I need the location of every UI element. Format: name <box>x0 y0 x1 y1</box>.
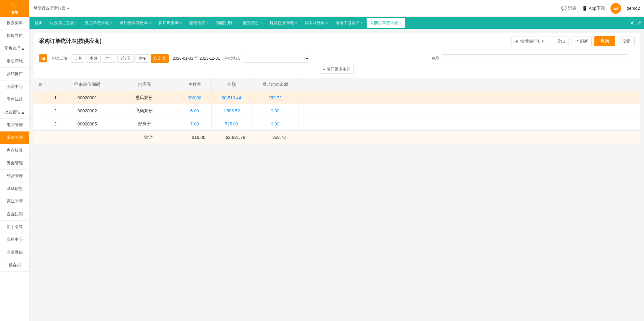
sidebar-item-enterprise[interactable]: 企业协同 <box>0 208 29 221</box>
sidebar-item-finance[interactable]: 资金管理 <box>0 157 29 170</box>
date-range-display: 2016-01-01 至 2023-12-31 <box>173 56 220 61</box>
filter-toggle-button[interactable]: ◀ <box>39 54 47 62</box>
overstock-alert-close-icon[interactable]: × <box>207 21 209 25</box>
row3-qty-link[interactable]: 7.00 <box>190 121 199 126</box>
settings-gear-icon[interactable]: ⚙ <box>38 82 42 87</box>
page-title: 采购订单统计表(按供应商) <box>39 38 102 45</box>
tab-invite-downstream[interactable]: 邀请下游客户 × <box>332 18 366 28</box>
row1-paid-link[interactable]: 259.72 <box>268 95 282 100</box>
row2-qty-link[interactable]: 6.00 <box>190 108 199 113</box>
goods-input[interactable] <box>442 54 628 62</box>
collect-summary-close-icon[interactable]: × <box>75 21 77 25</box>
invite-downstream-label: 邀请下游客户 <box>335 20 360 26</box>
goods-more-icon[interactable]: ··· <box>631 56 635 61</box>
tab-purchase-summary[interactable]: 采购订单统计表 × <box>367 18 405 28</box>
sidebar-item-base-info[interactable]: 基础信息 <box>0 182 29 195</box>
settings-button[interactable]: 设置 <box>618 37 635 46</box>
sidebar-item-shortcut[interactable]: 快捷导航 <box>0 30 29 42</box>
order-summary-close-icon[interactable]: × <box>110 21 112 25</box>
enterprise-wechat-label: 企业微信 <box>7 250 23 255</box>
date-quick-buttons: 上月 本月 本年 近7天 更多 自定义 <box>71 54 169 63</box>
row3-paid-link[interactable]: 0.00 <box>271 121 279 126</box>
status-select[interactable] <box>243 54 310 63</box>
goods-filter-group: 商品 ··· <box>431 54 635 62</box>
tab-cost-adjust[interactable]: 成本调整单 × <box>301 18 331 28</box>
avatar[interactable]: Ea <box>610 3 621 14</box>
settings-label: 设置 <box>622 39 630 44</box>
sidebar-item-system[interactable]: 系统管理 <box>0 195 29 208</box>
message-label: 消息 <box>568 5 577 11</box>
warranty-query-close-icon[interactable]: × <box>180 21 182 25</box>
tab-function-desc[interactable]: 功能说明 × <box>213 18 239 28</box>
tab-config-info[interactable]: 配置信息 × <box>239 18 266 28</box>
template-print-button[interactable]: 🖨 按模板打印 ▾ <box>511 37 547 46</box>
last-month-button[interactable]: 上月 <box>71 54 85 63</box>
sidebar-item-ecommerce[interactable]: 电商管理 <box>0 119 29 131</box>
tab-order-summary[interactable]: 要货单统计表 × <box>82 18 116 28</box>
pick-task-close-icon[interactable]: × <box>295 21 297 25</box>
date-filter-label: 单据日期 <box>51 56 67 61</box>
this-month-button[interactable]: 本月 <box>87 54 101 63</box>
sidebar-item-inventory[interactable]: 库存核算 <box>0 144 29 157</box>
sidebar-item-member[interactable]: 会员中心 <box>0 81 29 93</box>
tab-home[interactable]: 首页 <box>31 18 46 28</box>
tab-pick-task[interactable]: 拣货任务管理 × <box>266 18 301 28</box>
tab-collect-summary[interactable]: 收发存汇总表 × <box>47 18 81 28</box>
row2-supplier: 飞鹤奶粉 <box>111 104 178 117</box>
this-year-button[interactable]: 本年 <box>102 54 116 63</box>
sidebar-item-retail-mall[interactable]: 零售商城 <box>0 55 29 68</box>
purchase-summary-close-icon[interactable]: × <box>399 21 401 25</box>
sidebar-item-app-center[interactable]: 应用中心 <box>0 233 29 246</box>
sidebar-item-newbie[interactable]: 新手引导 <box>0 221 29 233</box>
operations-label: 经营管理 <box>7 173 23 178</box>
custom-date-button[interactable]: 自定义 <box>151 54 169 63</box>
row1-amount-link[interactable]: 60,519.44 <box>222 95 241 100</box>
sidebar-item-wholesale[interactable]: 批发管理 ▲ <box>0 106 29 119</box>
sidebar-item-enterprise-wechat[interactable]: 企业微信 <box>0 246 29 259</box>
tab-overstock-alert[interactable]: 超储预警 × <box>186 18 212 28</box>
retail-mall-label: 零售商城 <box>7 59 23 63</box>
query-button[interactable]: 查询 <box>594 36 615 46</box>
refresh-button[interactable]: ↺ 刷新 <box>572 37 592 46</box>
message-button[interactable]: 💬 消息 <box>561 5 577 11</box>
page-actions: 🖨 按模板打印 ▾ ↓ 导出 ↺ 刷新 查询 设置 <box>511 36 635 46</box>
sidebar-item-retail[interactable]: 零售管理 ▲ <box>0 42 29 55</box>
sidebar-item-operations[interactable]: 经营管理 <box>0 170 29 182</box>
row3-amount-link[interactable]: 525.80 <box>225 121 238 126</box>
app-download-button[interactable]: 📱 App下载 <box>582 5 605 11</box>
config-info-close-icon[interactable]: × <box>260 21 262 25</box>
table-row[interactable]: 1 00020001 惠氏奶粉 303.00 60,519.44 259.72 <box>34 91 640 104</box>
template-dropdown-icon: ▾ <box>542 39 544 44</box>
function-desc-close-icon[interactable]: × <box>233 21 235 25</box>
home-tab-label: 首页 <box>35 20 43 26</box>
app-download-label: App下载 <box>589 5 605 11</box>
available-inventory-close-icon[interactable]: × <box>149 21 151 25</box>
tab-available-inventory[interactable]: 可用量库存账本 × <box>116 18 155 28</box>
th-paid: 累计付款金额 <box>252 78 299 91</box>
export-button[interactable]: ↓ 导出 <box>550 37 569 46</box>
sidebar-item-marketing[interactable]: 营销推广 <box>0 68 29 81</box>
filter-row: ◀ 单据日期 上月 本月 本年 近7天 <box>39 54 635 63</box>
expand-more-button[interactable]: ▾ 展开更多条件 <box>320 65 354 74</box>
th-supplier: 供应商 <box>111 78 178 91</box>
sidebar-item-member2[interactable]: 畅会员 <box>0 259 29 272</box>
row2-paid-link[interactable]: 0.00 <box>271 108 279 113</box>
sidebar-item-purchase[interactable]: 采购管理 <box>0 131 29 144</box>
row1-qty-link[interactable]: 303.00 <box>188 95 201 100</box>
last-7-days-button[interactable]: 近7天 <box>117 54 134 63</box>
close-all-tabs-button[interactable]: ✕ <box>629 20 636 26</box>
maximize-button[interactable]: ⤢ <box>636 20 643 26</box>
row2-qty: 6.00 <box>178 104 211 117</box>
table-row[interactable]: 3 00020005 好孩子 7.00 525.80 0.00 <box>34 117 640 130</box>
invite-downstream-close-icon[interactable]: × <box>361 21 363 25</box>
more-date-button[interactable]: 更多 <box>135 54 149 63</box>
order-summary-label: 要货单统计表 <box>85 20 109 26</box>
sidebar-item-search[interactable]: 搜索菜单 <box>0 17 29 30</box>
top-bar-right: 💬 消息 📱 App下载 Ea demo2 <box>561 3 640 14</box>
cost-adjust-close-icon[interactable]: × <box>326 21 328 25</box>
tab-warranty-query[interactable]: 保质期查询 × <box>155 18 185 28</box>
workspace-selector[interactable]: 母婴行业演示账套 ▾ <box>34 5 101 11</box>
row2-amount-link[interactable]: 1,586.52 <box>223 108 240 113</box>
table-row[interactable]: 2 00020002 飞鹤奶粉 6.00 1,586.52 0.00 <box>34 104 640 117</box>
sidebar-item-retail-stats[interactable]: 零售统计 <box>0 93 29 106</box>
